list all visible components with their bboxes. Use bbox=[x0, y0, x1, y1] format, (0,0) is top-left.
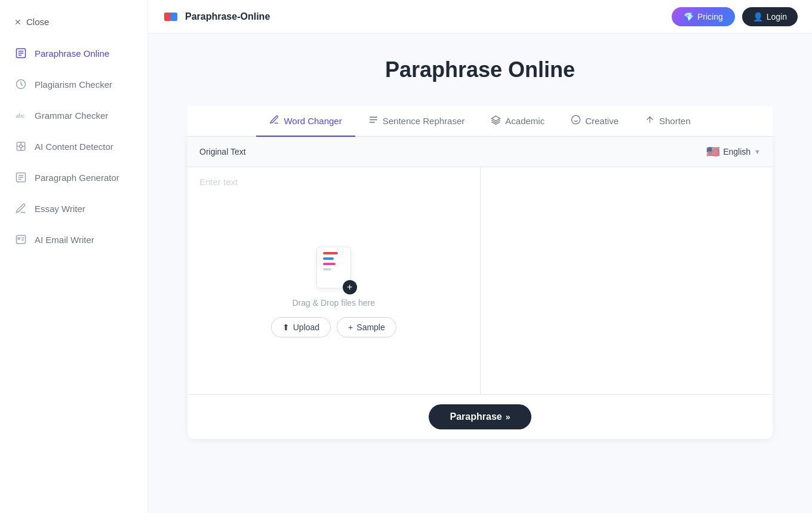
editor-body: Enter text + Drag bbox=[187, 167, 773, 394]
close-icon: ✕ bbox=[14, 17, 21, 27]
sidebar-item-label: Grammar Checker bbox=[35, 110, 108, 121]
input-panel[interactable]: Enter text + Drag bbox=[187, 167, 481, 394]
tab-word-changer[interactable]: Word Changer bbox=[256, 106, 355, 137]
svg-point-7 bbox=[20, 145, 23, 148]
upload-button[interactable]: ⬆ Upload bbox=[271, 317, 331, 337]
sidebar-nav: Paraphrase Online Plagiarism Checker abc… bbox=[0, 39, 147, 254]
editor-section: Word Changer Sentence Rephraser Academic… bbox=[187, 106, 773, 439]
plagiarism-checker-icon bbox=[14, 78, 27, 91]
ai-email-writer-icon bbox=[14, 233, 27, 246]
sentence-rephraser-tab-icon bbox=[368, 115, 379, 127]
essay-writer-icon bbox=[14, 202, 27, 215]
language-selector[interactable]: 🇺🇸 English ▼ bbox=[706, 145, 761, 158]
sidebar-item-ai-content-detector[interactable]: AI Content Detector bbox=[0, 132, 147, 161]
arrows-icon: » bbox=[506, 412, 510, 422]
doc-line-gray bbox=[323, 268, 331, 271]
sidebar-item-label: Paragraph Generator bbox=[35, 173, 119, 183]
svg-rect-16 bbox=[17, 235, 26, 243]
language-label: English bbox=[723, 147, 751, 156]
paraphrase-label: Paraphrase bbox=[450, 411, 502, 422]
pricing-label: Pricing bbox=[697, 12, 723, 21]
word-changer-tab-icon bbox=[269, 115, 279, 127]
chevron-down-icon: ▼ bbox=[754, 148, 761, 155]
svg-text:abc: abc bbox=[16, 112, 25, 119]
sidebar-item-paragraph-generator[interactable]: Paragraph Generator bbox=[0, 163, 147, 192]
editor-footer: Paraphrase » bbox=[187, 394, 773, 439]
tab-label: Academic bbox=[505, 116, 545, 126]
action-buttons: ⬆ Upload + Sample bbox=[271, 317, 396, 337]
logo-icon bbox=[162, 8, 179, 25]
pricing-button[interactable]: 💎 Pricing bbox=[672, 7, 735, 26]
tabs-container: Word Changer Sentence Rephraser Academic… bbox=[187, 106, 773, 137]
plus-small-icon: + bbox=[348, 322, 353, 332]
user-icon: 👤 bbox=[753, 12, 763, 21]
header-right: 💎 Pricing 👤 Login bbox=[672, 7, 798, 26]
sidebar-item-paraphrase-online[interactable]: Paraphrase Online bbox=[0, 39, 147, 67]
tab-label: Shorten bbox=[659, 116, 691, 126]
page-title: Paraphrase Online bbox=[162, 57, 798, 82]
ai-content-detector-icon bbox=[14, 140, 27, 153]
original-text-label: Original Text bbox=[199, 147, 246, 156]
upload-label: Upload bbox=[293, 322, 319, 332]
drop-area: + Drag & Drop files here ⬆ Upload + bbox=[199, 199, 468, 385]
tab-label: Sentence Rephraser bbox=[383, 116, 465, 126]
academic-tab-icon bbox=[491, 115, 501, 127]
sidebar-item-label: Plagiarism Checker bbox=[35, 79, 112, 90]
close-label: Close bbox=[26, 17, 49, 27]
svg-rect-21 bbox=[170, 13, 177, 21]
shorten-tab-icon bbox=[645, 115, 655, 127]
doc-line-red bbox=[323, 252, 338, 254]
sidebar-item-label: AI Content Detector bbox=[35, 142, 113, 152]
login-button[interactable]: 👤 Login bbox=[742, 7, 798, 26]
paraphrase-button[interactable]: Paraphrase » bbox=[429, 404, 532, 429]
sidebar-item-plagiarism-checker[interactable]: Plagiarism Checker bbox=[0, 70, 147, 99]
plus-icon: + bbox=[343, 280, 357, 294]
doc-line-pink bbox=[323, 263, 336, 265]
upload-icon: ⬆ bbox=[282, 322, 290, 332]
sidebar: ✕ Close Paraphrase Online Plagiarism Che… bbox=[0, 0, 148, 513]
output-panel bbox=[481, 167, 773, 394]
sample-button[interactable]: + Sample bbox=[337, 317, 396, 337]
tab-label: Word Changer bbox=[284, 116, 342, 126]
sidebar-item-grammar-checker[interactable]: abc Grammar Checker bbox=[0, 101, 147, 130]
logo-text: Paraphrase-Online bbox=[185, 11, 270, 22]
sample-label: Sample bbox=[356, 322, 385, 332]
drag-drop-text: Drag & Drop files here bbox=[292, 298, 375, 308]
tab-label: Creative bbox=[585, 116, 619, 126]
tab-sentence-rephraser[interactable]: Sentence Rephraser bbox=[355, 106, 478, 137]
close-button[interactable]: ✕ Close bbox=[0, 12, 147, 39]
header: Paraphrase-Online 💎 Pricing 👤 Login bbox=[148, 0, 812, 33]
grammar-checker-icon: abc bbox=[14, 109, 27, 122]
sidebar-item-ai-email-writer[interactable]: AI Email Writer bbox=[0, 225, 147, 254]
sidebar-item-label: Essay Writer bbox=[35, 204, 85, 214]
sidebar-item-label: Paraphrase Online bbox=[35, 48, 109, 59]
creative-tab-icon bbox=[571, 115, 581, 127]
editor-header: Original Text 🇺🇸 English ▼ bbox=[187, 137, 773, 167]
content-area: Paraphrase Online Word Changer Sentence … bbox=[148, 33, 812, 513]
doc-line-blue bbox=[323, 257, 334, 260]
paraphrase-online-icon bbox=[14, 47, 27, 60]
tab-creative[interactable]: Creative bbox=[558, 106, 632, 137]
paragraph-generator-icon bbox=[14, 171, 27, 184]
sidebar-item-essay-writer[interactable]: Essay Writer bbox=[0, 194, 147, 223]
flag-icon: 🇺🇸 bbox=[706, 145, 719, 158]
tab-academic[interactable]: Academic bbox=[478, 106, 558, 137]
svg-point-17 bbox=[18, 238, 20, 239]
login-label: Login bbox=[767, 12, 787, 21]
logo-area: Paraphrase-Online bbox=[162, 8, 270, 25]
tab-shorten[interactable]: Shorten bbox=[632, 106, 704, 137]
drop-icon-wrapper: + bbox=[316, 247, 351, 288]
enter-text-placeholder: Enter text bbox=[199, 177, 468, 187]
main-content: Paraphrase-Online 💎 Pricing 👤 Login Para… bbox=[148, 0, 812, 513]
diamond-icon: 💎 bbox=[684, 12, 694, 21]
sidebar-item-label: AI Email Writer bbox=[35, 235, 94, 245]
editor-wrapper: Original Text 🇺🇸 English ▼ Enter text bbox=[187, 137, 773, 439]
